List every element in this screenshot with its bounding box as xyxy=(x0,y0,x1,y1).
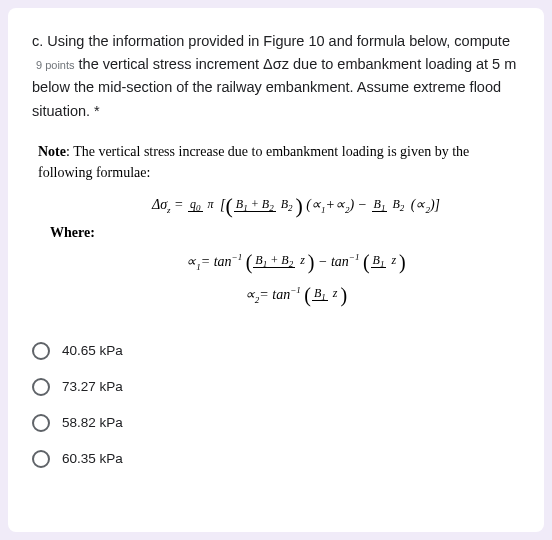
option-0[interactable]: 40.65 kPa xyxy=(32,333,520,369)
s1e: 1 xyxy=(380,260,385,270)
s2c: 2 xyxy=(400,203,405,213)
a2b: ∝ xyxy=(415,197,425,212)
question-line1: c. Using the information provided in Fig… xyxy=(32,33,510,49)
a2fs: 2 xyxy=(255,294,260,304)
b1c: B xyxy=(374,197,381,211)
where-label: Where: xyxy=(50,225,514,241)
sub-z: z xyxy=(167,205,171,215)
radio-icon xyxy=(32,342,50,360)
points-badge: 9 points xyxy=(36,59,75,71)
plus1: + xyxy=(248,197,262,211)
as2b: 2 xyxy=(425,205,430,215)
note-text: Note: The vertical stress increase due t… xyxy=(38,141,514,183)
frac-q0pi: q0 π xyxy=(188,198,216,214)
s2d: 2 xyxy=(289,260,294,270)
question-text: c. Using the information provided in Fig… xyxy=(32,30,520,123)
b1e: B xyxy=(373,253,380,267)
s2b: 2 xyxy=(288,203,293,213)
option-label: 60.35 kPa xyxy=(62,451,123,466)
as1: 1 xyxy=(321,205,326,215)
option-1[interactable]: 73.27 kPa xyxy=(32,369,520,405)
question-rest: the vertical stress increment Δσz due to… xyxy=(32,56,516,118)
tan1: tan xyxy=(214,253,232,268)
as2: 2 xyxy=(345,205,350,215)
m1b: −1 xyxy=(349,252,360,262)
frac-b1b2: B1 + B2 B2 xyxy=(234,198,295,214)
alpha1-formula: ∝1= tan−1 ( B1 + B2 z ) − tan−1 ( B1 z ) xyxy=(78,251,514,274)
z3: z xyxy=(331,286,340,300)
formula-group2: ∝1= tan−1 ( B1 + B2 z ) − tan−1 ( B1 z )… xyxy=(38,251,514,307)
a1fs: 1 xyxy=(196,261,201,271)
alpha2-formula: ∝2= tan−1 ( B1 z ) xyxy=(78,284,514,307)
z2: z xyxy=(389,253,398,267)
s2a: 2 xyxy=(269,203,274,213)
option-3[interactable]: 60.35 kPa xyxy=(32,441,520,477)
frac-b1b2-2: B1 B2 xyxy=(372,198,407,214)
radio-icon xyxy=(32,414,50,432)
a2f: ∝ xyxy=(245,286,255,301)
s1c: 1 xyxy=(381,203,386,213)
s1f: 1 xyxy=(321,293,326,303)
option-2[interactable]: 58.82 kPa xyxy=(32,405,520,441)
a1f: ∝ xyxy=(186,253,196,268)
main-formula: Δσz = q0 π [( B1 + B2 B2 ) (∝1+∝2) − B1 … xyxy=(78,193,514,219)
b2c: B xyxy=(392,197,399,211)
b2b: B xyxy=(281,197,288,211)
m1c: −1 xyxy=(290,285,301,295)
frac-a2: B1 z xyxy=(312,287,340,303)
z1: z xyxy=(298,253,307,267)
b2d: B xyxy=(281,253,288,267)
a2: ∝ xyxy=(335,197,345,212)
note-block: Note: The vertical stress increase due t… xyxy=(32,141,520,307)
options-group: 40.65 kPa 73.27 kPa 58.82 kPa 60.35 kPa xyxy=(32,333,520,477)
delta-sigma: Δσ xyxy=(152,197,167,212)
formula-group: Δσz = q0 π [( B1 + B2 B2 ) (∝1+∝2) − B1 … xyxy=(38,193,514,219)
zero: 0 xyxy=(196,203,201,213)
frac-a1b: B1 z xyxy=(371,254,399,270)
tan3: tan xyxy=(272,286,290,301)
option-label: 58.82 kPa xyxy=(62,415,123,430)
b1d: B xyxy=(255,253,262,267)
note-body: : The vertical stress increase due to em… xyxy=(38,144,469,180)
note-bold: Note xyxy=(38,144,66,159)
tan2: tan xyxy=(331,253,349,268)
m1a: −1 xyxy=(232,252,243,262)
option-label: 40.65 kPa xyxy=(62,343,123,358)
a1: ∝ xyxy=(311,197,321,212)
radio-icon xyxy=(32,450,50,468)
radio-icon xyxy=(32,378,50,396)
pi: π xyxy=(206,197,216,211)
question-card: c. Using the information provided in Fig… xyxy=(8,8,544,532)
plus2: + xyxy=(267,253,281,267)
option-label: 73.27 kPa xyxy=(62,379,123,394)
frac-a1: B1 + B2 z xyxy=(253,254,306,270)
